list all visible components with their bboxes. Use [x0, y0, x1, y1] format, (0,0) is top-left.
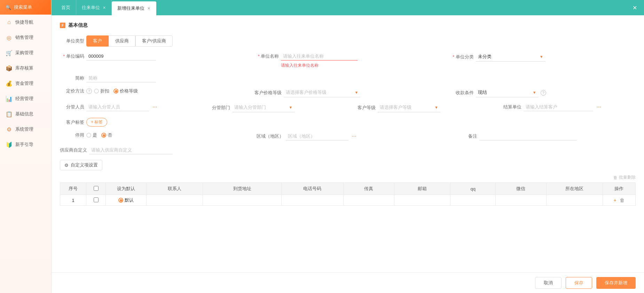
- unit-code-label: 单位编码: [60, 53, 84, 59]
- location-input[interactable]: [560, 198, 588, 203]
- type-btn-customer[interactable]: 客户: [86, 35, 109, 47]
- pricing-help-icon[interactable]: ?: [86, 88, 92, 94]
- customer-price-level-select[interactable]: 请选择客户价格等级 ▼: [284, 88, 360, 97]
- sidebar-item-system[interactable]: ⚙ 系统管理: [0, 122, 51, 137]
- sidebar-item-inventory[interactable]: 📦 库存核算: [0, 60, 51, 76]
- type-btn-supplier[interactable]: 供应商: [109, 35, 135, 47]
- pricing-method-label: 定价方法: [60, 88, 84, 94]
- sidebar-item-finance[interactable]: 💰 资金管理: [0, 76, 51, 91]
- batch-delete-label[interactable]: 批量删除: [619, 174, 636, 180]
- cell-email[interactable]: [394, 195, 450, 206]
- sidebar-item-purchase-label: 采购管理: [15, 50, 33, 56]
- settlement-label: 结算单位: [497, 104, 521, 110]
- del-row-icon[interactable]: 🗑: [619, 197, 626, 203]
- pricing-discount-label: 折扣: [100, 88, 109, 94]
- tag-label: 客户标签: [60, 119, 84, 125]
- default-radio[interactable]: [118, 198, 123, 203]
- region-input[interactable]: [286, 132, 348, 140]
- fax-input[interactable]: [356, 198, 381, 203]
- disabled-field: 停用 是 否: [60, 132, 243, 138]
- phone-input[interactable]: [297, 198, 328, 203]
- cell-seq: 1: [60, 195, 86, 206]
- sidebar-item-guide[interactable]: 🔰 新手引导: [0, 137, 51, 152]
- cancel-button[interactable]: 取消: [535, 277, 561, 289]
- cell-qq[interactable]: [450, 195, 496, 206]
- pricing-radio-group: 折扣 价格等级: [94, 88, 138, 94]
- add-tag-btn[interactable]: + 标签: [86, 118, 107, 127]
- contact-input[interactable]: [161, 198, 189, 203]
- supplier-custom-field: 供应商自定义: [60, 146, 636, 154]
- select-all-checkbox[interactable]: [94, 186, 99, 191]
- custom-settings-btn[interactable]: ⚙ 自定义项设置: [60, 160, 102, 170]
- sidebar-item-sales[interactable]: ◎ 销售管理: [0, 30, 51, 45]
- cell-fax[interactable]: [343, 195, 394, 206]
- main-area: 首页 往来单位 ✕ 新增往来单位 ✕ ✕ F 基本信息 单位类型 客户 供应商 …: [52, 0, 644, 293]
- type-btn-both[interactable]: 客户/供应商: [135, 35, 173, 47]
- save-button[interactable]: 保存: [566, 277, 592, 289]
- col-address: 到货地址: [203, 183, 282, 195]
- payment-terms-select[interactable]: 现结 ▼: [476, 88, 539, 97]
- footer: 取消 保存 保存并新增: [52, 272, 644, 293]
- sidebar-item-basic-info[interactable]: 📋 基础信息: [0, 106, 51, 122]
- customer-level-placeholder: 请选择客户等级: [380, 104, 433, 111]
- window-close-icon[interactable]: ✕: [630, 3, 640, 13]
- supplier-custom-input[interactable]: [89, 146, 173, 154]
- unit-name-input[interactable]: [281, 52, 358, 60]
- search-menu-label: 搜索菜单: [14, 4, 32, 10]
- sidebar-item-sales-label: 销售管理: [15, 34, 33, 41]
- payment-terms-label: 收款条件: [449, 90, 474, 96]
- department-select[interactable]: 请输入分管部门 ▼: [232, 103, 295, 112]
- cell-address[interactable]: [203, 195, 282, 206]
- batch-delete-area: 🗑 批量删除: [60, 174, 636, 180]
- wechat-input[interactable]: [509, 198, 533, 203]
- sidebar-item-purchase[interactable]: 🛒 采购管理: [0, 45, 51, 60]
- cell-wechat[interactable]: [496, 195, 547, 206]
- unit-type-field: 单位类型 客户 供应商 客户/供应商: [60, 35, 636, 47]
- tab-contacts[interactable]: 往来单位 ✕: [76, 0, 112, 15]
- tab-contacts-close[interactable]: ✕: [103, 6, 106, 10]
- pricing-radio-discount[interactable]: 折扣: [94, 88, 109, 94]
- disabled-yes[interactable]: 是: [86, 132, 97, 138]
- unit-code-input[interactable]: [86, 52, 156, 60]
- manager-input[interactable]: [86, 103, 149, 111]
- sidebar-item-operations[interactable]: 📊 经营管理: [0, 91, 51, 106]
- settlement-input[interactable]: [524, 103, 593, 111]
- col-fax: 传真: [343, 183, 394, 195]
- sidebar-item-quick-nav[interactable]: ⌂ 快捷导航: [0, 15, 51, 30]
- search-menu-btn[interactable]: 🔍 搜索菜单: [0, 0, 51, 15]
- pricing-radio-level[interactable]: 价格等级: [113, 88, 138, 94]
- save-new-button[interactable]: 保存并新增: [596, 277, 636, 289]
- unit-code-field: 单位编码: [60, 52, 246, 60]
- sidebar: 🔍 搜索菜单 ⌂ 快捷导航 ◎ 销售管理 🛒 采购管理 📦 库存核算 💰 资金管…: [0, 0, 52, 293]
- manager-more-icon[interactable]: ···: [151, 104, 158, 110]
- settlement-more-icon[interactable]: ···: [595, 104, 603, 110]
- code-name-category-row: 单位编码 单位名称 请输入往来单位名称 单位分类 未分类 ▼: [60, 52, 636, 68]
- tab-new-contact-close[interactable]: ✕: [147, 6, 150, 11]
- qq-input[interactable]: [463, 198, 484, 203]
- cell-location[interactable]: [546, 195, 603, 206]
- tab-new-contact[interactable]: 新增往来单位 ✕: [112, 1, 156, 15]
- sidebar-item-basic-info-label: 基础信息: [15, 111, 33, 117]
- region-label: 区域（地区）: [257, 133, 284, 139]
- tab-home[interactable]: 首页: [56, 0, 76, 15]
- address-input[interactable]: [221, 198, 263, 203]
- abbr-input[interactable]: [86, 74, 156, 82]
- unit-type-row: 单位类型 客户 供应商 客户/供应商: [60, 35, 636, 47]
- disabled-no[interactable]: 否: [101, 132, 112, 138]
- disabled-radio-group: 是 否: [86, 132, 112, 138]
- email-input[interactable]: [408, 198, 436, 203]
- customer-level-select[interactable]: 请选择客户等级 ▼: [378, 103, 440, 112]
- cell-contact[interactable]: [147, 195, 203, 206]
- payment-help-icon[interactable]: ?: [541, 90, 546, 96]
- region-more-icon[interactable]: ···: [351, 133, 358, 139]
- remarks-input[interactable]: [479, 132, 577, 140]
- pricing-level-label: 价格等级: [120, 88, 138, 94]
- add-row-icon[interactable]: +: [612, 197, 617, 203]
- cell-phone[interactable]: [281, 195, 343, 206]
- unit-type-label: 单位类型: [60, 38, 84, 44]
- disabled-yes-circle: [86, 133, 91, 138]
- unit-category-select[interactable]: 未分类 ▼: [476, 52, 545, 62]
- row-checkbox[interactable]: [94, 197, 99, 202]
- customer-price-level-field: 客户价格等级 请选择客户价格等级 ▼: [254, 88, 441, 97]
- remarks-field: 备注: [453, 132, 636, 140]
